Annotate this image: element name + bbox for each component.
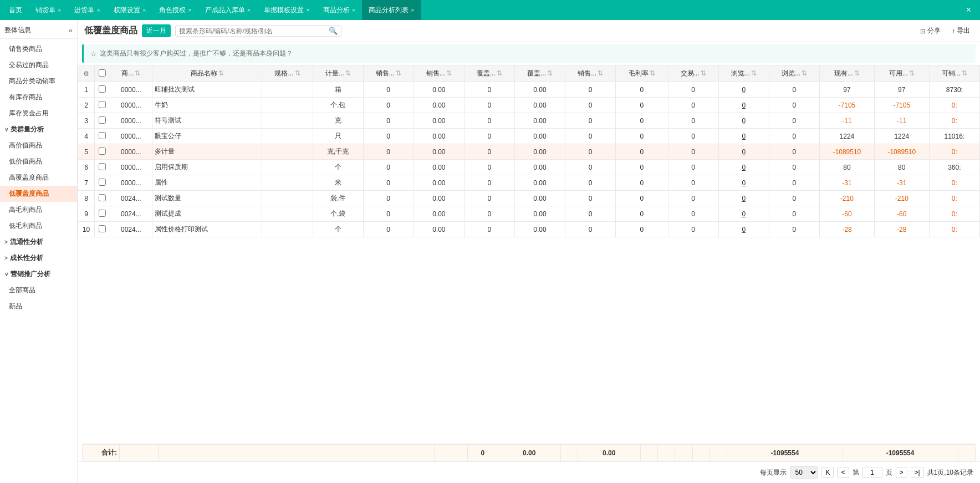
cell-sales-cnt: 0: [565, 113, 616, 129]
close-icon[interactable]: ×: [352, 7, 355, 13]
close-icon[interactable]: ×: [247, 7, 251, 13]
th-checkbox[interactable]: [95, 65, 110, 82]
th-sales-amt[interactable]: 销售...⇅: [414, 65, 464, 82]
th-spec[interactable]: 规格...⇅: [262, 65, 313, 82]
cell-checkbox[interactable]: [95, 191, 110, 206]
sidebar-item-category-rate[interactable]: 商品分类动销率: [0, 73, 77, 89]
close-icon[interactable]: ×: [142, 7, 146, 13]
cell-checkbox[interactable]: [95, 98, 110, 113]
next-page-button[interactable]: >: [896, 467, 907, 478]
cell-browse1[interactable]: 0: [718, 144, 769, 160]
settings-icon[interactable]: ⚙: [83, 70, 89, 78]
row-checkbox[interactable]: [99, 163, 106, 170]
cell-browse1[interactable]: 0: [718, 113, 769, 129]
sidebar-item-new-goods[interactable]: 新品: [0, 298, 77, 314]
cell-checkbox[interactable]: [95, 222, 110, 237]
cell-browse1[interactable]: 0: [718, 175, 769, 191]
sidebar-item-sales-goods[interactable]: 销售类商品: [0, 41, 77, 57]
cell-browse1[interactable]: 0: [718, 191, 769, 206]
table-container[interactable]: ⚙ 商...⇅ 商品名称⇅ 规格...⇅ 计量...⇅ 销售...⇅ 销售...…: [78, 65, 980, 444]
first-page-button[interactable]: K: [821, 467, 834, 478]
sidebar-collapse-btn[interactable]: «: [69, 26, 73, 34]
close-icon[interactable]: ×: [188, 7, 191, 13]
th-sales-qty[interactable]: 销售...⇅: [363, 65, 414, 82]
nav-template[interactable]: 单据模板设置 ×: [257, 0, 316, 20]
th-sellable[interactable]: 可销...⇅: [929, 65, 979, 82]
nav-home[interactable]: 首页: [2, 0, 29, 20]
sidebar-item-stock-goods[interactable]: 有库存商品: [0, 89, 77, 105]
sidebar-item-low-coverage[interactable]: 低覆盖度商品: [0, 186, 77, 202]
last-page-button[interactable]: >|: [911, 467, 924, 478]
select-all-checkbox[interactable]: [99, 69, 106, 77]
prev-page-button[interactable]: <: [837, 467, 849, 478]
th-cov1[interactable]: 覆盖...⇅: [464, 65, 514, 82]
nav-permissions[interactable]: 权限设置 ×: [107, 0, 152, 20]
sidebar-section-cluster[interactable]: ∨ 类群量分析: [0, 121, 77, 138]
th-settings[interactable]: ⚙: [78, 65, 95, 82]
nav-roles[interactable]: 角色授权 ×: [152, 0, 198, 20]
cell-checkbox[interactable]: [95, 206, 110, 222]
window-close-button[interactable]: ×: [959, 5, 978, 15]
page-number-input[interactable]: [862, 467, 882, 478]
sidebar-section-marketing[interactable]: ∨ 营销推广分析: [0, 266, 77, 282]
cell-checkbox[interactable]: [95, 129, 110, 144]
sidebar-item-low-margin[interactable]: 低毛利商品: [0, 218, 77, 234]
close-icon[interactable]: ×: [306, 7, 309, 13]
search-input[interactable]: [179, 27, 329, 35]
row-checkbox[interactable]: [99, 132, 106, 139]
th-available[interactable]: 可用...⇅: [874, 65, 929, 82]
th-current[interactable]: 现有...⇅: [819, 65, 874, 82]
row-checkbox[interactable]: [99, 148, 106, 155]
th-unit[interactable]: 计量...⇅: [313, 65, 363, 82]
th-gross[interactable]: 毛利率⇅: [616, 65, 668, 82]
cell-sales-amt: 0.00: [414, 222, 464, 237]
cell-browse1[interactable]: 0: [718, 206, 769, 222]
row-checkbox[interactable]: [99, 194, 106, 201]
sidebar-item-high-coverage[interactable]: 高覆盖度商品: [0, 170, 77, 186]
cell-cov1: 0: [464, 160, 514, 175]
close-icon[interactable]: ×: [96, 7, 100, 13]
nav-finished-goods[interactable]: 产成品入库单 ×: [198, 0, 257, 20]
cell-browse1[interactable]: 0: [718, 222, 769, 237]
row-checkbox[interactable]: [99, 116, 106, 124]
recent-month-button[interactable]: 近一月: [142, 24, 171, 37]
sidebar-item-stock-funds[interactable]: 库存资金占用: [0, 105, 77, 121]
row-checkbox[interactable]: [99, 101, 106, 108]
cell-checkbox[interactable]: [95, 144, 110, 160]
nav-product-analysis[interactable]: 商品分析 ×: [317, 0, 362, 20]
close-icon[interactable]: ×: [58, 7, 61, 13]
row-checkbox[interactable]: [99, 225, 106, 232]
th-browse2[interactable]: 浏览...⇅: [769, 65, 819, 82]
sidebar-item-all-goods[interactable]: 全部商品: [0, 282, 77, 298]
sidebar-section-growth[interactable]: > 成长性分析: [0, 250, 77, 266]
sidebar-item-high-value[interactable]: 高价值商品: [0, 138, 77, 154]
row-checkbox[interactable]: [99, 179, 106, 186]
close-icon[interactable]: ×: [411, 7, 414, 13]
sidebar-item-traded-goods[interactable]: 交易过的商品: [0, 57, 77, 73]
cell-browse1[interactable]: 0: [718, 98, 769, 113]
th-cov2[interactable]: 覆盖...⇅: [514, 65, 565, 82]
row-checkbox[interactable]: [99, 210, 106, 217]
nav-sales[interactable]: 销货单 ×: [29, 0, 68, 20]
cell-checkbox[interactable]: [95, 160, 110, 175]
cell-checkbox[interactable]: [95, 82, 110, 98]
cell-browse1[interactable]: 0: [718, 129, 769, 144]
sidebar-section-circulation[interactable]: > 流通性分析: [0, 234, 77, 250]
per-page-select[interactable]: 50 10 20 100: [790, 466, 818, 479]
share-button[interactable]: ⊡ 分享: [917, 24, 944, 37]
cell-checkbox[interactable]: [95, 175, 110, 191]
th-trade[interactable]: 交易...⇅: [668, 65, 718, 82]
nav-purchase[interactable]: 进货单 ×: [68, 0, 106, 20]
th-code[interactable]: 商...⇅: [110, 65, 152, 82]
sidebar-item-low-value[interactable]: 低价值商品: [0, 154, 77, 170]
th-name[interactable]: 商品名称⇅: [152, 65, 262, 82]
cell-checkbox[interactable]: [95, 113, 110, 129]
export-button[interactable]: ↑ 导出: [948, 24, 973, 37]
cell-browse1[interactable]: 0: [718, 160, 769, 175]
nav-product-analysis-list[interactable]: 商品分析列表 ×: [362, 0, 421, 20]
sidebar-item-high-margin[interactable]: 高毛利商品: [0, 202, 77, 218]
th-browse1[interactable]: 浏览...⇅: [718, 65, 769, 82]
cell-browse1[interactable]: 0: [718, 82, 769, 98]
row-checkbox[interactable]: [99, 85, 106, 93]
th-sales-cnt[interactable]: 销售...⇅: [565, 65, 616, 82]
